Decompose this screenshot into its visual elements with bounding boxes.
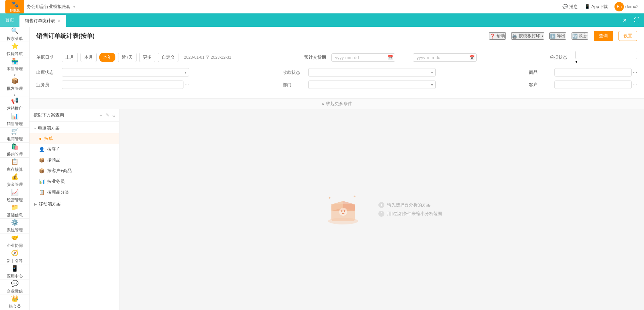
payment-status-select[interactable] — [308, 68, 436, 76]
query-button[interactable]: 查询 — [594, 31, 613, 41]
scheme-item-by-product[interactable]: 📦 按商品 — [30, 155, 119, 165]
sidebar-item-label: 采购管理 — [7, 152, 23, 157]
scheme-item-icon-by-salesperson: 📊 — [39, 179, 45, 184]
scheme-add-icon[interactable]: + — [100, 112, 103, 118]
tab-sales-stat[interactable]: 销售订单统计表 ✕ — [19, 15, 66, 27]
sidebar-item-purchase[interactable]: 🛍️ 采购管理 — [0, 143, 29, 158]
empty-hint-2: 2 用[过滤]条件来缩小分析范围 — [378, 211, 442, 217]
department-select[interactable] — [308, 81, 436, 89]
sidebar-item-app-center[interactable]: 📱 应用中心 — [0, 264, 29, 279]
delivery-start-input[interactable] — [331, 53, 395, 62]
delivery-status-label: 出库状态 — [36, 69, 56, 75]
sidebar-item-operation[interactable]: 📈 经营管理 — [0, 188, 29, 203]
export-button[interactable]: ⬇️ 导出 — [549, 32, 566, 40]
scheme-edit-icon[interactable]: ✎ — [105, 112, 110, 118]
delivery-dash: — — [402, 55, 406, 60]
logo-icon: 🐾 — [11, 1, 18, 8]
customer-dots-icon[interactable]: ··· — [633, 82, 637, 88]
search-menu-icon: 🔍 — [11, 27, 18, 35]
date-btn-more[interactable]: 更多 — [139, 53, 155, 62]
svg-point-6 — [341, 210, 342, 212]
date-btn-last-month[interactable]: 上月 — [62, 53, 78, 62]
product-input[interactable] — [554, 68, 631, 76]
basic-icon: 📁 — [11, 204, 18, 211]
sidebar-item-inventory[interactable]: 📋 库存核算 — [0, 158, 29, 173]
scheme-item-by-customer[interactable]: 👤 按客户 — [30, 144, 119, 155]
scheme-item-by-category[interactable]: 📋 按商品分类 — [30, 187, 119, 198]
customer-label: 客户 — [529, 82, 549, 88]
order-status-select[interactable] — [575, 51, 637, 59]
sidebar-item-system[interactable]: ⚙️ 系统管理 — [0, 219, 29, 234]
settings-button[interactable]: 设置 — [619, 31, 637, 41]
sidebar-item-member[interactable]: 👑 畅会员 — [0, 295, 29, 310]
sidebar-item-quick-nav[interactable]: ⭐ 快捷导航 — [0, 42, 29, 57]
collapse-label: 收起更多条件 — [326, 101, 352, 107]
date-btn-custom[interactable]: 自定义 — [158, 53, 178, 62]
tab-close-window-icon[interactable]: ✕ — [620, 15, 629, 25]
export-icon: ⬇️ — [550, 34, 555, 39]
user-menu[interactable]: Ea demo2 — [614, 2, 639, 11]
sidebar-item-label: 畅会员 — [9, 304, 21, 309]
scheme-group-label-pc: 电脑端方案 — [38, 125, 60, 131]
delivery-status-select[interactable] — [62, 68, 189, 76]
tab-fullscreen-icon[interactable]: ⛶ — [632, 15, 641, 25]
date-btn-this-month[interactable]: 本月 — [80, 53, 97, 62]
product-dots-icon[interactable]: ··· — [633, 69, 637, 75]
collapse-icon: ∧ — [321, 101, 325, 106]
tab-close-icon[interactable]: ✕ — [57, 18, 61, 23]
scheme-collapse-icon[interactable]: « — [112, 112, 115, 118]
print-template-button[interactable]: 🖨️ 按模板打印 ▾ — [511, 32, 544, 40]
topbar-left: 🐾 标准版 办公用品行业模拟账套 ▾ — [5, 0, 75, 13]
scheme-panel-actions: + ✎ « — [100, 112, 115, 118]
help-button[interactable]: ❓ 帮助 — [489, 32, 506, 40]
sidebar-item-search-menu[interactable]: 🔍 搜索菜单 — [0, 27, 29, 42]
empty-state: ✦ ✦ ✦ 1 请先选择要分析的方案 2 用[过滤]条件来缩小分析范围 — [321, 188, 442, 231]
empty-illustration: ✦ ✦ ✦ — [321, 188, 365, 231]
payment-status-label: 收款状态 — [283, 69, 303, 75]
sidebar-item-wholesale[interactable]: 📦 批发管理 ▴ — [0, 77, 29, 97]
delivery-start-cal-icon[interactable]: 📅 — [388, 55, 393, 60]
delivery-end-cal-icon[interactable]: 📅 — [469, 55, 475, 60]
sidebar-item-label: 应用中心 — [7, 273, 23, 279]
scheme-item-by-order[interactable]: ● 按单 — [30, 133, 119, 144]
message-button[interactable]: 💬 消息 — [562, 4, 578, 10]
delivery-end-input[interactable] — [413, 53, 477, 62]
breadcrumb-arrow[interactable]: ▾ — [73, 4, 75, 9]
collapse-bar[interactable]: ∧ 收起更多条件 — [30, 98, 644, 109]
scheme-item-icon-by-order: ● — [39, 136, 42, 141]
content-area: 销售订单统计表(按单) ❓ 帮助 🖨️ 按模板打印 ▾ ⬇️ 导出 🔄 刷新 — [30, 27, 644, 310]
sidebar-item-finance[interactable]: 💰 资金管理 — [0, 173, 29, 188]
sidebar-item-newbie[interactable]: 🧭 新手引导 — [0, 249, 29, 264]
app-download-button[interactable]: 📱 App下载 — [585, 4, 608, 10]
enterprise-wx-icon: 💬 — [11, 280, 18, 287]
date-btn-last-7[interactable]: 近7天 — [118, 53, 137, 62]
customer-input[interactable] — [554, 81, 631, 89]
app-center-icon: 📱 — [11, 265, 18, 272]
sidebar-item-marketing[interactable]: 📢 营销推广 — [0, 97, 29, 112]
sidebar-item-enterprise-wx[interactable]: 💬 企业微信 — [0, 279, 29, 295]
hint-2-num: 2 — [378, 211, 384, 217]
sidebar-item-label: 系统管理 — [7, 227, 23, 233]
sidebar-item-basic[interactable]: 📁 基础信息 — [0, 203, 29, 218]
date-btn-this-year[interactable]: 本年 — [99, 53, 115, 62]
sidebar-item-label: 资金管理 — [7, 182, 23, 188]
sidebar-item-ecommerce[interactable]: 🛒 电商管理 — [0, 127, 29, 143]
scheme-item-by-cust-product[interactable]: 📦 按客户+商品 — [30, 165, 119, 176]
department-select-wrap: ▾ — [308, 81, 436, 89]
sidebar-item-sales[interactable]: 📊 销售管理 — [0, 112, 29, 127]
scheme-item-icon-by-cust-product: 📦 — [39, 168, 45, 173]
split-layout: 按以下方案查询 + ✎ « ▾ 电脑端方案 ● 按单 — [30, 109, 644, 310]
scheme-group-header-pc[interactable]: ▾ 电脑端方案 — [30, 123, 119, 133]
refresh-button[interactable]: 🔄 刷新 — [572, 32, 588, 40]
salesperson-dots-icon[interactable]: ··· — [185, 82, 189, 88]
order-status-chevron-icon: ▾ — [575, 59, 578, 64]
scheme-group-mobile[interactable]: ▶ 移动端方案 — [30, 199, 119, 209]
sidebar-item-retail[interactable]: 🏪 零售管理 ▾ — [0, 57, 29, 77]
sidebar-item-label: 搜索菜单 — [7, 36, 23, 42]
tab-home[interactable]: 首页 — [0, 13, 19, 27]
sidebar-item-enterprise[interactable]: 🤝 企业协同 — [0, 234, 29, 249]
scheme-item-by-salesperson[interactable]: 📊 按业务员 — [30, 176, 119, 187]
salesperson-input[interactable] — [62, 81, 183, 89]
delivery-end-wrap: 📅 — [413, 53, 477, 62]
svg-text:✦: ✦ — [353, 195, 356, 198]
